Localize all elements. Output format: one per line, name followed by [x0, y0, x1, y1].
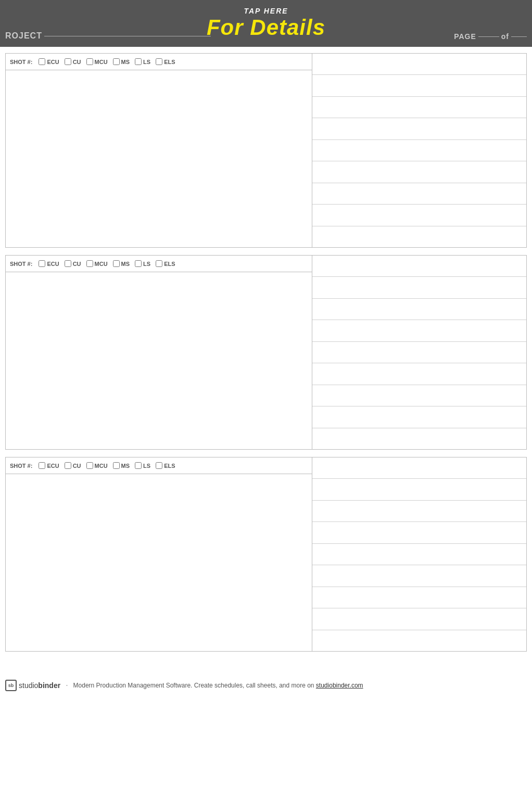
note-line-1-5[interactable]: [312, 140, 526, 161]
cb-ms-1[interactable]: MS: [113, 58, 130, 65]
label-els-3: ELS: [164, 463, 175, 469]
shot-block-2: SHOT #: ECU CU MCU: [5, 255, 527, 450]
cb-mcu-2[interactable]: MCU: [86, 260, 108, 267]
cb-cu-2[interactable]: CU: [65, 260, 81, 267]
checkbox-cu-3[interactable]: [65, 462, 71, 469]
note-line-2-4[interactable]: [312, 320, 526, 341]
checkboxes-2[interactable]: ECU CU MCU MS: [39, 260, 175, 267]
cb-ecu-2[interactable]: ECU: [39, 260, 59, 267]
cb-ls-1[interactable]: LS: [135, 58, 150, 65]
page-footer: sb studiobinder · Modern Production Mana…: [0, 674, 532, 696]
page-header[interactable]: ROJECT TAP HERE For Details PAGE of: [0, 0, 532, 47]
note-line-2-6[interactable]: [312, 363, 526, 385]
shot-right-1: [312, 53, 527, 248]
checkboxes-1[interactable]: ECU CU MCU MS: [39, 58, 175, 65]
cb-ls-3[interactable]: LS: [135, 462, 150, 469]
note-line-3-4[interactable]: [312, 522, 526, 543]
of-number-line: [511, 36, 527, 37]
label-mcu-3: MCU: [95, 463, 108, 469]
checkbox-ms-1[interactable]: [113, 58, 120, 65]
label-ecu-2: ECU: [47, 261, 59, 267]
shot-header-1: SHOT #: ECU CU MCU: [6, 54, 312, 70]
for-details-label: For Details: [207, 16, 325, 40]
cb-ecu-3[interactable]: ECU: [39, 462, 59, 469]
note-line-2-7[interactable]: [312, 385, 526, 406]
shot-num-label-2: SHOT #:: [10, 261, 32, 267]
label-ls-3: LS: [143, 463, 150, 469]
checkboxes-3[interactable]: ECU CU MCU MS: [39, 462, 175, 469]
cb-ms-2[interactable]: MS: [113, 260, 130, 267]
cb-cu-3[interactable]: CU: [65, 462, 81, 469]
checkbox-cu-1[interactable]: [65, 58, 71, 65]
note-line-1-1[interactable]: [312, 54, 526, 75]
label-ecu-1: ECU: [47, 59, 59, 65]
main-content: SHOT #: ECU CU MCU: [0, 47, 532, 664]
cb-mcu-3[interactable]: MCU: [86, 462, 108, 469]
label-els-2: ELS: [164, 261, 175, 267]
label-cu-1: CU: [73, 59, 81, 65]
label-cu-2: CU: [73, 261, 81, 267]
checkbox-ms-2[interactable]: [113, 260, 120, 267]
note-line-3-6[interactable]: [312, 565, 526, 587]
label-ls-2: LS: [143, 261, 150, 267]
checkbox-ls-1[interactable]: [135, 58, 142, 65]
note-line-1-9[interactable]: [312, 226, 526, 247]
checkbox-ls-3[interactable]: [135, 462, 142, 469]
note-line-1-7[interactable]: [312, 183, 526, 205]
note-line-1-3[interactable]: [312, 97, 526, 118]
label-ms-3: MS: [121, 463, 130, 469]
checkbox-cu-2[interactable]: [65, 260, 71, 267]
note-line-2-8[interactable]: [312, 406, 526, 428]
checkbox-els-2[interactable]: [156, 260, 162, 267]
shot-block-3: SHOT #: ECU CU MCU: [5, 457, 527, 652]
cb-ecu-1[interactable]: ECU: [39, 58, 59, 65]
cb-els-3[interactable]: ELS: [156, 462, 175, 469]
drawing-area-1[interactable]: [6, 70, 312, 247]
note-line-1-6[interactable]: [312, 161, 526, 183]
note-line-2-3[interactable]: [312, 299, 526, 320]
checkbox-mcu-2[interactable]: [86, 260, 93, 267]
note-line-3-9[interactable]: [312, 630, 526, 651]
project-line: [44, 36, 211, 36]
note-line-2-1[interactable]: [312, 256, 526, 277]
checkbox-els-3[interactable]: [156, 462, 162, 469]
note-line-3-2[interactable]: [312, 479, 526, 500]
project-label: ROJECT: [5, 31, 42, 41]
note-line-3-7[interactable]: [312, 587, 526, 608]
footer-brand-name: studiobinder: [19, 681, 60, 690]
checkbox-ecu-2[interactable]: [39, 260, 45, 267]
note-line-3-8[interactable]: [312, 608, 526, 630]
checkbox-mcu-3[interactable]: [86, 462, 93, 469]
cb-ls-2[interactable]: LS: [135, 260, 150, 267]
checkbox-mcu-1[interactable]: [86, 58, 93, 65]
cb-els-2[interactable]: ELS: [156, 260, 175, 267]
note-line-1-8[interactable]: [312, 205, 526, 226]
checkbox-ms-3[interactable]: [113, 462, 120, 469]
note-line-3-1[interactable]: [312, 457, 526, 479]
note-line-2-9[interactable]: [312, 428, 526, 449]
drawing-area-3[interactable]: [6, 474, 312, 651]
shot-left-1: SHOT #: ECU CU MCU: [5, 53, 312, 248]
checkbox-els-1[interactable]: [156, 58, 162, 65]
cb-els-1[interactable]: ELS: [156, 58, 175, 65]
cb-ms-3[interactable]: MS: [113, 462, 130, 469]
note-line-2-2[interactable]: [312, 277, 526, 298]
footer-link[interactable]: studiobinder.com: [316, 682, 363, 689]
shot-right-2: [312, 255, 527, 450]
note-line-3-3[interactable]: [312, 501, 526, 522]
cb-cu-1[interactable]: CU: [65, 58, 81, 65]
footer-separator: ·: [66, 681, 68, 690]
note-line-1-4[interactable]: [312, 118, 526, 139]
note-line-1-2[interactable]: [312, 75, 526, 96]
checkbox-ecu-1[interactable]: [39, 58, 45, 65]
cb-mcu-1[interactable]: MCU: [86, 58, 108, 65]
drawing-area-2[interactable]: [6, 272, 312, 449]
label-mcu-1: MCU: [95, 59, 108, 65]
checkbox-ls-2[interactable]: [135, 260, 142, 267]
note-line-3-5[interactable]: [312, 544, 526, 565]
shot-right-3: [312, 457, 527, 652]
header-center-branding[interactable]: TAP HERE For Details: [207, 7, 325, 40]
shot-left-2: SHOT #: ECU CU MCU: [5, 255, 312, 450]
note-line-2-5[interactable]: [312, 342, 526, 363]
checkbox-ecu-3[interactable]: [39, 462, 45, 469]
